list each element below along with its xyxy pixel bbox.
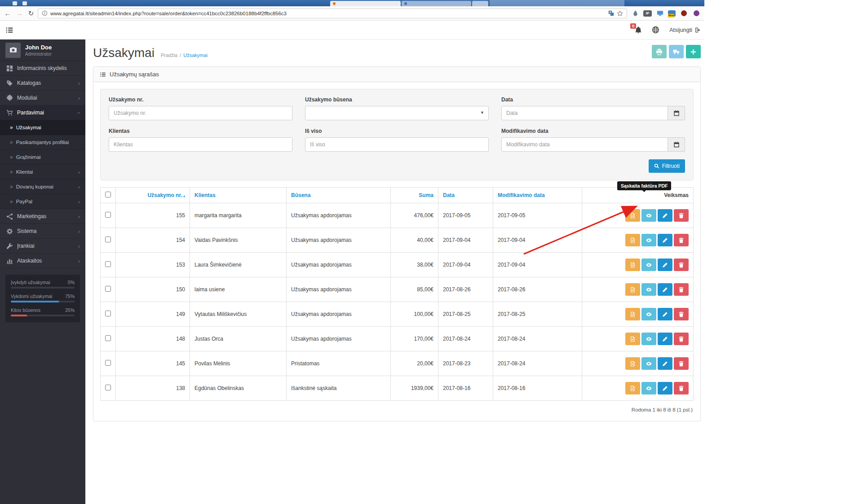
sidebar-item[interactable]: Moduliai› xyxy=(0,91,85,105)
edit-order-button[interactable] xyxy=(658,357,672,370)
pdf-invoice-button[interactable] xyxy=(625,283,640,296)
browser-tab[interactable] xyxy=(330,1,401,6)
delete-order-button[interactable] xyxy=(674,382,689,394)
screenshot-extension-icon[interactable] xyxy=(655,9,664,18)
info-icon[interactable] xyxy=(42,10,48,16)
translate-icon[interactable] xyxy=(608,10,614,16)
date-picker-button[interactable] xyxy=(668,137,685,152)
filter-order-nr-input[interactable] xyxy=(109,106,292,120)
storefront-button[interactable] xyxy=(652,26,659,34)
logout-button[interactable]: Atsijungti xyxy=(669,27,701,33)
address-bar[interactable]: www.agregatai.lt/siteadmin14/index.php?r… xyxy=(38,9,627,18)
delete-order-button[interactable] xyxy=(674,308,689,320)
pinned-tab-icon[interactable] xyxy=(22,1,27,5)
pdf-invoice-button[interactable] xyxy=(625,382,640,394)
order-status-select[interactable]: ▼ xyxy=(305,106,489,120)
row-checkbox[interactable] xyxy=(105,212,111,218)
eye-icon xyxy=(646,213,652,219)
sidebar-item[interactable]: Ataskaitos› xyxy=(0,254,85,268)
edit-order-button[interactable] xyxy=(658,308,672,320)
view-order-button[interactable] xyxy=(641,333,656,345)
row-checkbox[interactable] xyxy=(105,286,111,292)
filter-total-field: Iš viso xyxy=(305,128,489,152)
sidebar-item[interactable]: Pardavimai› xyxy=(0,105,85,120)
pdf-invoice-button[interactable] xyxy=(625,333,640,345)
sidebar-item[interactable]: Įrankiai› xyxy=(0,239,85,254)
row-checkbox[interactable] xyxy=(105,335,111,341)
sidebar-subitem[interactable]: »Grąžinimai xyxy=(0,150,85,165)
delete-order-button[interactable] xyxy=(674,357,689,370)
filter-customer-input[interactable] xyxy=(109,137,292,152)
print-invoice-button[interactable] xyxy=(652,45,667,58)
pdf-invoice-button[interactable] xyxy=(625,357,640,370)
edit-order-button[interactable] xyxy=(658,382,672,394)
edit-order-button[interactable] xyxy=(658,333,672,345)
sidebar-subitem[interactable]: »Klientai› xyxy=(0,165,85,180)
delete-order-button[interactable] xyxy=(674,259,689,271)
view-order-button[interactable] xyxy=(641,382,656,394)
add-order-button[interactable] xyxy=(686,45,701,58)
column-header[interactable]: Data xyxy=(443,192,455,198)
sidebar-item[interactable]: Informacinis skydelis xyxy=(0,61,85,76)
new-badge-extension-icon[interactable]: New xyxy=(668,10,676,17)
pdf-invoice-button[interactable] xyxy=(625,209,640,222)
refresh-button[interactable]: ↻ xyxy=(26,10,36,17)
pinned-tab-icon[interactable] xyxy=(13,1,17,5)
row-checkbox[interactable] xyxy=(105,385,111,390)
sidebar-subitem[interactable]: »PayPal› xyxy=(0,194,85,209)
delete-order-button[interactable] xyxy=(674,234,689,246)
column-header[interactable]: Modifikavimo data xyxy=(498,192,545,198)
view-order-button[interactable] xyxy=(641,259,656,271)
filter-button[interactable]: Filtruoti xyxy=(649,159,685,173)
filter-date-input[interactable] xyxy=(501,106,668,120)
edit-order-button[interactable] xyxy=(658,259,672,271)
view-order-button[interactable] xyxy=(641,234,656,246)
eyedropper-extension-icon[interactable] xyxy=(631,9,640,18)
back-button[interactable]: ← xyxy=(3,10,13,17)
orders-panel: Užsakymų sąrašas Užsakymo nr. Užsakymo b… xyxy=(93,66,701,421)
sidebar-subitem[interactable]: »Užsakymai xyxy=(0,120,85,135)
column-header[interactable]: Būsena xyxy=(291,192,310,198)
sidebar-subitem[interactable]: »Dovanų kuponai› xyxy=(0,180,85,194)
sidebar-item[interactable]: Marketingas› xyxy=(0,209,85,224)
filter-date-modified-input[interactable] xyxy=(501,137,668,152)
menu-toggle-button[interactable] xyxy=(5,26,13,34)
select-all-checkbox[interactable] xyxy=(105,192,111,197)
breadcrumb-item[interactable]: Pradžia xyxy=(161,53,177,58)
row-checkbox[interactable] xyxy=(105,237,111,242)
print-shipping-button[interactable] xyxy=(669,45,684,58)
view-order-button[interactable] xyxy=(641,308,656,320)
edit-order-button[interactable] xyxy=(658,234,672,246)
bookmark-star-icon[interactable] xyxy=(617,10,623,17)
column-header[interactable]: Užsakymo nr. xyxy=(147,192,182,198)
browser-tab[interactable] xyxy=(402,1,471,6)
forward-button[interactable]: → xyxy=(14,10,24,17)
extension-icon-purple[interactable] xyxy=(692,9,701,18)
pdf-invoice-button[interactable] xyxy=(625,234,640,246)
edit-order-button[interactable] xyxy=(658,283,672,296)
row-checkbox[interactable] xyxy=(105,360,111,366)
new-tab-button[interactable] xyxy=(472,1,488,6)
delete-order-button[interactable] xyxy=(674,209,689,222)
ip-extension-icon[interactable]: IP xyxy=(643,10,652,17)
edit-order-button[interactable] xyxy=(658,209,672,222)
view-order-button[interactable] xyxy=(641,357,656,370)
pdf-invoice-button[interactable] xyxy=(625,308,640,320)
view-order-button[interactable] xyxy=(641,283,656,296)
view-order-button[interactable] xyxy=(641,209,656,222)
row-checkbox[interactable] xyxy=(105,261,111,267)
sidebar-item[interactable]: Sistema› xyxy=(0,224,85,239)
pdf-invoice-button[interactable] xyxy=(625,259,640,271)
column-header[interactable]: Suma xyxy=(419,192,433,198)
delete-order-button[interactable] xyxy=(674,283,689,296)
filter-total-input[interactable] xyxy=(305,137,489,152)
delete-order-button[interactable] xyxy=(674,333,689,345)
column-header[interactable]: Klientas xyxy=(195,192,216,198)
sidebar-item[interactable]: Katalogas› xyxy=(0,76,85,91)
row-checkbox[interactable] xyxy=(105,311,111,316)
extension-icon-red[interactable] xyxy=(679,9,688,18)
sidebar-subitem[interactable]: »Pasikartojantys profiliai xyxy=(0,135,85,150)
breadcrumb-item[interactable]: Užsakymai xyxy=(183,53,208,58)
date-picker-button[interactable] xyxy=(668,106,685,120)
notifications-button[interactable]: 0 xyxy=(635,26,642,34)
